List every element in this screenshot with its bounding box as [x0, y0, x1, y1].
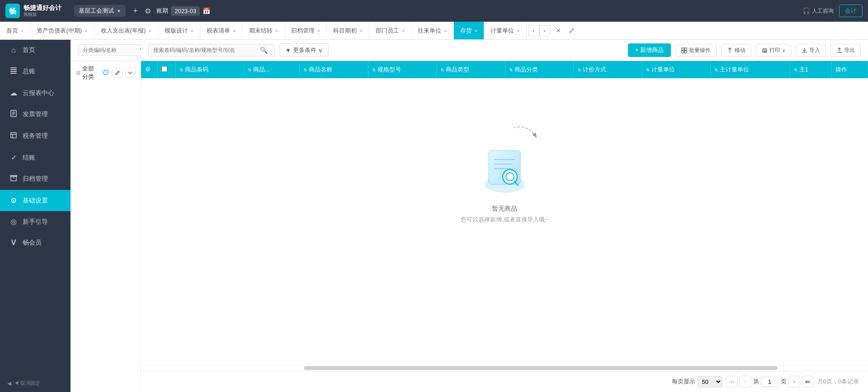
svg-rect-15 [682, 48, 684, 50]
batch-operation-button[interactable]: 批量操作 [675, 44, 717, 57]
sidebar-item-tax[interactable]: 税务管理 [0, 125, 71, 147]
calendar-icon[interactable]: 📅 [203, 7, 210, 14]
tab-period-end-close[interactable]: × [275, 28, 278, 33]
sidebar-item-cloud-report[interactable]: ☁ 云报表中心 [0, 82, 71, 104]
svg-text:畅: 畅 [9, 7, 16, 15]
select-all-checkbox[interactable] [161, 66, 167, 72]
col-barcode[interactable]: ⇅商品条码 [175, 61, 244, 78]
tab-unit-close[interactable]: × [517, 28, 519, 33]
tab-subject[interactable]: 科目期初 × [327, 22, 369, 40]
tab-subject-close[interactable]: × [359, 28, 362, 33]
per-page-select[interactable]: 10 20 50 100 [697, 376, 722, 387]
tab-template[interactable]: 模版设计 × [158, 22, 200, 40]
sidebar-item-home[interactable]: ⌂ 首页 [0, 40, 71, 61]
add-tab-btn[interactable]: + [131, 6, 140, 16]
sidebar-item-checkout[interactable]: ✓ 结账 [0, 147, 71, 168]
col-name[interactable]: ⇅商品名称 [300, 61, 368, 78]
tab-close-all-btn[interactable]: × [552, 27, 565, 35]
tab-income[interactable]: 收入支出表(年报) × [94, 22, 158, 40]
tab-period-end[interactable]: 期末结转 × [243, 22, 285, 40]
prev-page-btn[interactable]: ‹ [740, 376, 751, 387]
col-main-unit[interactable]: ⇅主计量单位 [711, 61, 790, 78]
col-price-method[interactable]: ⇅计价方式 [574, 61, 642, 78]
product-search-input[interactable] [153, 47, 257, 53]
tab-contact-close[interactable]: × [444, 28, 447, 33]
tab-expand-btn[interactable]: ⤢ [565, 26, 578, 35]
sidebar-item-guide[interactable]: ◎ 新手引导 [0, 211, 71, 232]
filter-button[interactable]: ▼ 更多条件 ∨ [279, 43, 329, 57]
period-label: 账期 [156, 7, 168, 15]
tab-prev-btn[interactable]: ‹ [528, 25, 539, 36]
col-type[interactable]: ⇅商品类型 [437, 61, 505, 78]
export-button[interactable]: 导出 [830, 44, 861, 57]
category-search-input[interactable] [83, 47, 137, 53]
print-button[interactable]: 打印 ∨ [756, 44, 791, 57]
account-button[interactable]: 会计 [839, 5, 863, 17]
page-size-selector[interactable]: 每页显示 10 20 50 100 [672, 376, 722, 387]
col-extra[interactable]: ⇅主1 [790, 61, 831, 78]
col-checkbox[interactable] [157, 61, 175, 78]
tab-inventory[interactable]: 存货 × [454, 22, 484, 40]
sidebar-item-archive[interactable]: 归档管理 [0, 168, 71, 190]
tab-home-close[interactable]: × [21, 28, 24, 33]
sidebar-label-guide: 新手引导 [23, 218, 48, 226]
tab-dept-close[interactable]: × [402, 28, 405, 33]
next-page-btn[interactable]: › [788, 376, 800, 387]
tab-home[interactable]: 首页 × [0, 22, 30, 40]
product-search-bar[interactable]: 🔍 [148, 44, 275, 57]
main-layout: ⌂ 首页 总账 ☁ 云报表中心 发票管理 税务管理 ✓ 结账 [0, 40, 868, 392]
sidebar-item-ledger[interactable]: 总账 [0, 61, 71, 82]
first-page-btn[interactable]: ⏮ [726, 376, 738, 387]
tab-balance-close[interactable]: × [85, 28, 87, 33]
tab-contact[interactable]: 往来单位 × [411, 22, 453, 40]
support-button[interactable]: 🎧 人工咨询 [802, 7, 834, 15]
top-header: 畅 畅捷通好会计 旗舰版 基层工会测试 ▼ + ⚙ 账期 2023-03 📅 🎧… [0, 0, 868, 22]
col-settings[interactable] [141, 61, 157, 78]
tab-archive[interactable]: 归档管理 × [285, 22, 327, 40]
tab-inventory-label: 存货 [460, 27, 472, 35]
all-category-label[interactable]: ⊞ 全部分类 [76, 65, 109, 81]
category-collapse-btn[interactable] [125, 68, 135, 78]
tab-template-close[interactable]: × [191, 28, 193, 33]
col-spec[interactable]: ⇅规格型号 [368, 61, 436, 78]
period-value[interactable]: 2023-03 [171, 6, 200, 16]
product-search-icon[interactable]: 🔍 [260, 47, 268, 54]
tab-tax[interactable]: 税表清单 × [200, 22, 242, 40]
company-selector[interactable]: 基层工会测试 ▼ [74, 5, 126, 17]
svg-rect-10 [11, 132, 16, 138]
tab-tax-close[interactable]: × [233, 28, 236, 33]
per-page-label: 每页显示 [672, 378, 695, 386]
col-unit[interactable]: ⇅计量单位 [642, 61, 710, 78]
last-page-btn[interactable]: ⏭ [802, 376, 814, 387]
tab-balance[interactable]: 资产负债表(中期) × [30, 22, 94, 40]
col-code[interactable]: ⇅商品... [244, 61, 299, 78]
import-button[interactable]: 导入 [796, 44, 826, 57]
col-category[interactable]: ⇅商品分类 [505, 61, 573, 78]
svg-rect-2 [10, 67, 17, 68]
settings-icon[interactable]: ⚙ [145, 7, 151, 15]
sidebar-unpin-button[interactable]: ◀ ◀ 取消固定 [0, 374, 71, 392]
sidebar-item-member[interactable]: V 畅会员 [0, 232, 71, 253]
sidebar-item-settings[interactable]: ⚙ 基础设置 [0, 190, 71, 211]
sidebar-label-member: 畅会员 [23, 239, 42, 247]
tab-unit[interactable]: 计量单位 × [484, 22, 526, 40]
svg-rect-18 [684, 51, 687, 53]
headset-icon: 🎧 [802, 7, 810, 14]
unpin-icon: ◀ [7, 380, 11, 387]
tab-income-close[interactable]: × [148, 28, 151, 33]
member-icon: V [9, 239, 18, 247]
move-button[interactable]: 移动 [721, 44, 751, 57]
category-edit-btn[interactable] [113, 68, 123, 78]
settings-icon: ⚙ [9, 196, 18, 205]
scrollbar-thumb[interactable] [304, 366, 778, 370]
tab-inventory-close[interactable]: × [475, 28, 477, 33]
category-search-box[interactable]: 🔍 [78, 44, 150, 56]
sidebar-item-invoice[interactable]: 发票管理 [0, 104, 71, 125]
horizontal-scrollbar[interactable] [141, 365, 868, 371]
tab-archive-close[interactable]: × [317, 28, 320, 33]
tab-next-btn[interactable]: › [539, 25, 550, 36]
left-panel-search: 🔍 [71, 40, 141, 61]
new-product-button[interactable]: + 新增商品 [628, 43, 671, 57]
page-number-input[interactable] [761, 377, 779, 387]
tab-dept[interactable]: 部门员工 × [369, 22, 411, 40]
